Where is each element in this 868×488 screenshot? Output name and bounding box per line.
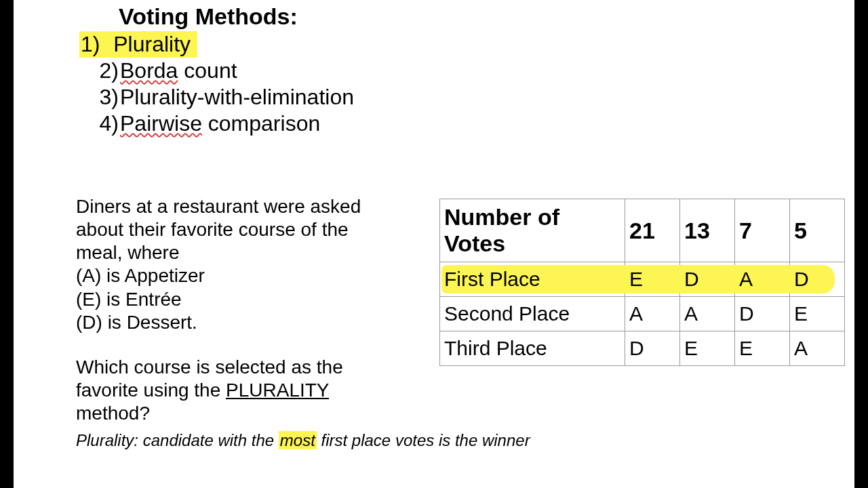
first-place-cell: First Place — [440, 262, 625, 297]
table-cell: D — [735, 297, 790, 331]
table-cell: E — [790, 297, 845, 331]
header-col: 5 — [790, 199, 845, 262]
method-4: 4) Pairwise comparison — [92, 110, 354, 137]
footer-definition: Plurality: candidate with the most first… — [76, 431, 530, 450]
table-row-third: Third Place D E E A — [440, 331, 845, 366]
prompt-d: (D) is Dessert. — [76, 311, 395, 334]
prompt-a: (A) is Appetizer — [76, 264, 395, 287]
prompt-text: Diners at a restaurant were asked about … — [76, 195, 395, 425]
table-cell: E — [680, 331, 735, 366]
table-row-second: Second Place A A D E — [440, 297, 845, 331]
header-votes: Number of Votes — [440, 199, 625, 262]
prompt-intro: Diners at a restaurant were asked about … — [76, 195, 395, 264]
methods-list: 1) Plurality 2) Borda count 3) Plurality… — [92, 31, 354, 137]
table-cell: D — [625, 331, 680, 366]
header-col: 13 — [680, 199, 735, 262]
prompt-question: Which course is selected as the favorite… — [76, 356, 395, 425]
row-label: Third Place — [440, 331, 625, 366]
table-header-row: Number of Votes 21 13 7 5 — [440, 199, 845, 262]
preference-table: Number of Votes 21 13 7 5 First Place E … — [439, 199, 845, 366]
method-1: 1) Plurality — [92, 31, 354, 58]
method-2: 2) Borda count — [92, 58, 354, 84]
squiggle-text: Borda — [120, 58, 178, 83]
prompt-e: (E) is Entrée — [76, 288, 395, 311]
squiggle-text: Pairwise — [120, 111, 202, 136]
heading-voting-methods: Voting Methods: — [119, 3, 298, 30]
plurality-word: PLURALITY — [226, 380, 329, 401]
table-cell: E — [735, 331, 790, 366]
table-cell: A — [625, 297, 680, 331]
table-cell: A — [790, 331, 845, 366]
highlight-most: most — [279, 431, 317, 449]
row-label: Second Place — [440, 297, 625, 331]
method-3: 3) Plurality-with-elimination — [92, 84, 354, 110]
table-row-first: First Place E D A D — [440, 262, 845, 297]
slide: Voting Methods: 1) Plurality 2) Borda co… — [14, 0, 854, 488]
header-col: 7 — [735, 199, 790, 262]
header-col: 21 — [625, 199, 680, 262]
table-cell: A — [680, 297, 735, 331]
method-1-hl: 1) Plurality — [79, 31, 197, 58]
